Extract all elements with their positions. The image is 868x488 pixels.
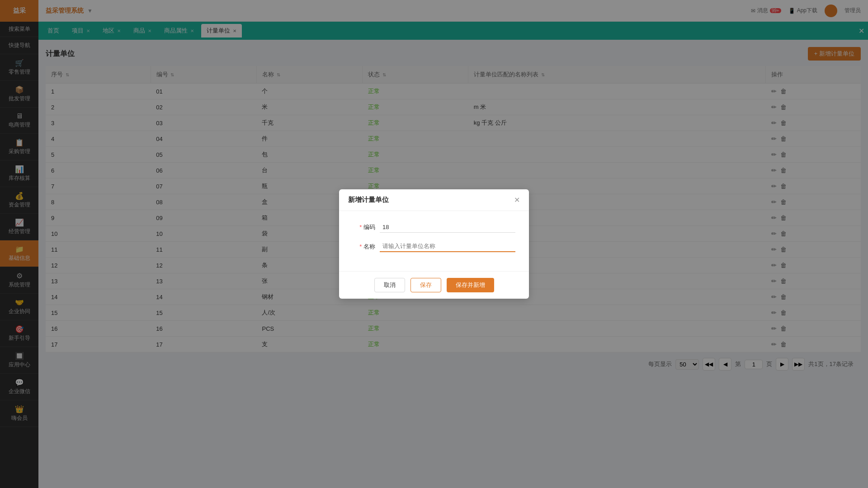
code-input[interactable] (380, 222, 515, 233)
save-and-new-button[interactable]: 保存并新增 (447, 278, 494, 292)
name-label: 名称 (353, 243, 375, 251)
add-unit-modal: 新增计量单位 ✕ 编码 名称 取消 保存 保存并新增 (339, 189, 529, 299)
modal-header: 新增计量单位 ✕ (339, 189, 529, 211)
name-input[interactable] (380, 241, 515, 252)
modal-footer: 取消 保存 保存并新增 (339, 271, 529, 299)
cancel-button[interactable]: 取消 (374, 278, 405, 292)
code-label: 编码 (353, 223, 375, 231)
save-button[interactable]: 保存 (410, 278, 441, 292)
modal-body: 编码 名称 (339, 211, 529, 271)
modal-close-button[interactable]: ✕ (514, 196, 520, 204)
modal-title: 新增计量单位 (348, 196, 389, 204)
form-code-row: 编码 (353, 222, 515, 233)
modal-overlay: 新增计量单位 ✕ 编码 名称 取消 保存 保存并新增 (0, 0, 868, 488)
form-name-row: 名称 (353, 241, 515, 252)
